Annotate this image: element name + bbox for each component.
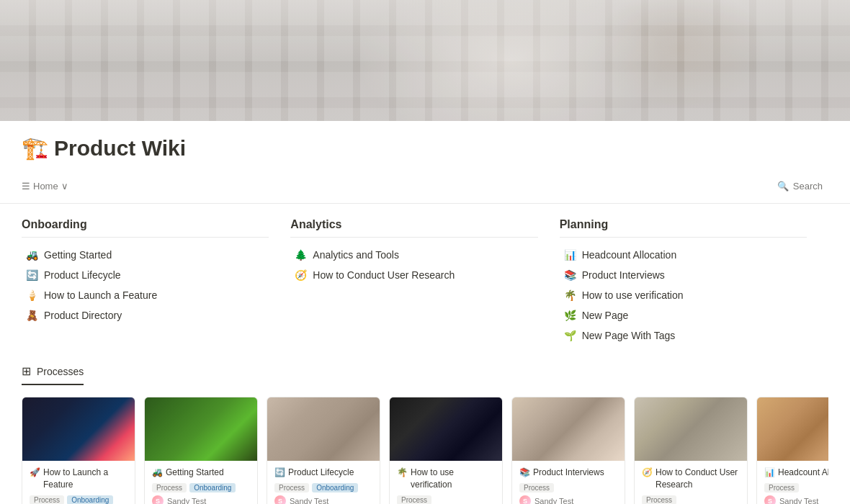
author-avatar-5: S — [519, 495, 531, 504]
planning-items: 📊 Headcount Allocation 📚 Product Intervi… — [560, 246, 807, 344]
item-new-page[interactable]: 🌿 New Page — [560, 307, 807, 324]
author-avatar-3: S — [274, 495, 286, 504]
card-interviews-body: 📚 Product Interviews Process S Sandy Tes… — [512, 461, 625, 504]
verification-icon: 🌴 — [564, 289, 576, 301]
analytics-tools-label: Analytics and Tools — [313, 249, 399, 261]
item-headcount[interactable]: 📊 Headcount Allocation — [560, 246, 807, 264]
processes-tab[interactable]: ⊞ Processes — [22, 359, 84, 385]
analytics-tools-icon: 🌲 — [295, 249, 307, 261]
tag-process-4: Process — [397, 495, 431, 504]
author-avatar-2: S — [152, 495, 164, 504]
card-verification-title: 🌴 How to use verification — [397, 467, 495, 491]
card-headcount-emoji: 📊 — [764, 467, 775, 479]
cards-grid: 🚀 How to Launch a Feature Process Onboar… — [22, 397, 828, 504]
tag-process-5: Process — [519, 483, 554, 492]
tag-process-6: Process — [642, 495, 676, 504]
card-verification-meta: Process Technical Support S Sandy Test — [397, 495, 495, 504]
product-lifecycle-label: Product Lifecycle — [44, 269, 121, 281]
breadcrumb-icon: ☰ — [22, 181, 30, 192]
card-user-research-image — [635, 397, 747, 461]
analytics-heading: Analytics — [290, 218, 537, 238]
card-headcount-meta: Process S Sandy Test — [764, 483, 828, 504]
item-product-directory[interactable]: 🧸 Product Directory — [22, 307, 269, 324]
processes-section: ⊞ Processes 🚀 How to Launch a Feature Pr… — [0, 359, 850, 504]
card-getting-started-emoji: 🚜 — [152, 467, 163, 479]
card-interviews-title-text: Product Interviews — [533, 467, 604, 479]
new-page-tags-icon: 🌱 — [564, 330, 576, 341]
card-headcount-title-text: Headcount Allocation — [778, 467, 828, 479]
card-headcount[interactable]: 📊 Headcount Allocation Process S Sandy T… — [756, 397, 828, 504]
onboarding-section: Onboarding 🚜 Getting Started 🔄 Product L… — [22, 218, 290, 344]
card-launch-title-text: How to Launch a Feature — [43, 467, 128, 491]
hero-decoration — [0, 0, 850, 121]
card-getting-started-title: 🚜 Getting Started — [152, 467, 250, 479]
page-header: 🏗️ Product Wiki — [0, 121, 850, 175]
headcount-label: Headcount Allocation — [582, 249, 677, 261]
item-getting-started[interactable]: 🚜 Getting Started — [22, 246, 269, 264]
planning-section: Planning 📊 Headcount Allocation 📚 Produc… — [560, 218, 828, 344]
card-headcount-tags: Process — [764, 483, 828, 492]
card-getting-started-meta: Process Onboarding S Sandy Test — [152, 483, 250, 504]
card-user-research-tags: Process Data & Analytics — [642, 495, 740, 504]
author-name-5: Sandy Test — [534, 497, 573, 504]
tag-onboarding-2: Onboarding — [189, 483, 236, 492]
product-interviews-icon: 📚 — [564, 269, 576, 281]
card-user-research[interactable]: 🧭 How to Conduct User Research Process D… — [634, 397, 748, 504]
author-avatar-7: S — [764, 495, 776, 504]
home-link[interactable]: Home — [33, 181, 58, 192]
search-label: Search — [793, 181, 823, 192]
hero-image — [0, 0, 850, 121]
card-launch-tags: Process Onboarding — [30, 495, 128, 504]
item-product-interviews[interactable]: 📚 Product Interviews — [560, 266, 807, 284]
tag-process-3: Process — [274, 483, 309, 492]
analytics-items: 🌲 Analytics and Tools 🧭 How to Conduct U… — [290, 246, 537, 284]
card-launch[interactable]: 🚀 How to Launch a Feature Process Onboar… — [22, 397, 135, 504]
card-lifecycle[interactable]: 🔄 Product Lifecycle Process Onboarding S… — [267, 397, 380, 504]
breadcrumb[interactable]: ☰ Home ∨ — [22, 181, 68, 192]
card-user-research-meta: Process Data & Analytics S Sandy Test — [642, 495, 740, 504]
product-directory-label: Product Directory — [44, 310, 122, 321]
card-lifecycle-image — [267, 397, 380, 461]
user-research-icon: 🧭 — [295, 269, 307, 281]
card-lifecycle-title: 🔄 Product Lifecycle — [274, 467, 372, 479]
tag-process-7: Process — [764, 483, 799, 492]
card-getting-started[interactable]: 🚜 Getting Started Process Onboarding S S… — [144, 397, 258, 504]
new-page-icon: 🌿 — [564, 310, 576, 321]
author-name-3: Sandy Test — [290, 497, 328, 504]
card-user-research-title-text: How to Conduct User Research — [656, 467, 740, 491]
launch-feature-icon: 🍦 — [26, 289, 38, 301]
item-analytics-tools[interactable]: 🌲 Analytics and Tools — [290, 246, 537, 264]
tag-process-2: Process — [152, 483, 187, 492]
sections-container: Onboarding 🚜 Getting Started 🔄 Product L… — [0, 204, 850, 359]
item-verification[interactable]: 🌴 How to use verification — [560, 287, 807, 304]
card-getting-started-author: S Sandy Test — [152, 495, 250, 504]
item-user-research[interactable]: 🧭 How to Conduct User Research — [290, 266, 537, 284]
new-page-tags-label: New Page With Tags — [582, 330, 676, 341]
card-launch-title: 🚀 How to Launch a Feature — [30, 467, 128, 491]
breadcrumb-bar: ☰ Home ∨ 🔍 Search — [0, 175, 850, 204]
card-headcount-author: S Sandy Test — [764, 495, 828, 504]
card-lifecycle-author: S Sandy Test — [274, 495, 372, 504]
card-getting-started-title-text: Getting Started — [166, 467, 224, 479]
card-lifecycle-emoji: 🔄 — [274, 467, 285, 479]
card-lifecycle-tags: Process Onboarding — [274, 483, 372, 492]
card-verification[interactable]: 🌴 How to use verification Process Techni… — [389, 397, 503, 504]
card-verification-image — [390, 397, 502, 461]
author-name-2: Sandy Test — [167, 497, 206, 504]
headcount-icon: 📊 — [564, 249, 576, 261]
hero-banner — [0, 0, 850, 121]
new-page-label: New Page — [582, 310, 629, 321]
analytics-section: Analytics 🌲 Analytics and Tools 🧭 How to… — [290, 218, 559, 344]
card-interviews[interactable]: 📚 Product Interviews Process S Sandy Tes… — [511, 397, 625, 504]
verification-label: How to use verification — [582, 289, 684, 301]
search-button[interactable]: 🔍 Search — [771, 178, 828, 194]
processes-tab-icon: ⊞ — [22, 364, 31, 378]
product-lifecycle-icon: 🔄 — [26, 269, 38, 281]
card-launch-image — [22, 397, 135, 461]
item-new-page-tags[interactable]: 🌱 New Page With Tags — [560, 327, 807, 344]
user-research-label: How to Conduct User Research — [313, 269, 455, 281]
item-product-lifecycle[interactable]: 🔄 Product Lifecycle — [22, 266, 269, 284]
planning-heading: Planning — [560, 218, 807, 238]
card-interviews-author: S Sandy Test — [519, 495, 617, 504]
item-launch-feature[interactable]: 🍦 How to Launch a Feature — [22, 287, 269, 304]
